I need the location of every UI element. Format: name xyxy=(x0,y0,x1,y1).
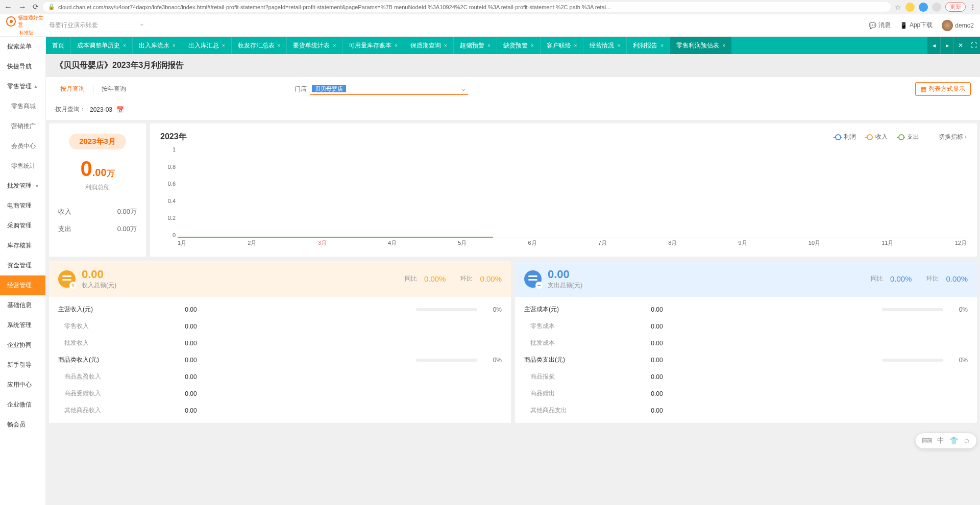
data-row: 商品盘盈收入0.00 xyxy=(58,368,502,385)
sidebar-item[interactable]: 零售商城 xyxy=(0,96,45,116)
float-widget[interactable]: ⌨ 中 👕 ☺ xyxy=(915,433,977,449)
sidebar-item[interactable]: 批发管理▾ xyxy=(0,176,45,196)
switch-indicator-button[interactable]: 切换指标 › xyxy=(939,133,967,141)
close-icon[interactable]: × xyxy=(173,43,176,48)
tab[interactable]: 要货单统计表× xyxy=(287,37,342,54)
tab[interactable]: 出入库流水× xyxy=(133,37,182,54)
x-tick: 8月 xyxy=(668,239,677,248)
data-row: 批发成本0.00 xyxy=(524,335,968,351)
sidebar-item[interactable]: 企业微信 xyxy=(0,395,45,415)
bookmark-icon[interactable]: ☆ xyxy=(895,3,901,11)
tab[interactable]: 收发存汇总表× xyxy=(232,37,287,54)
legend-dot-icon xyxy=(865,137,873,138)
sidebar-item[interactable]: 基础信息 xyxy=(0,295,45,315)
close-icon[interactable]: × xyxy=(444,43,447,48)
sidebar-item[interactable]: 企业协同 xyxy=(0,335,45,355)
close-icon[interactable]: × xyxy=(333,43,336,48)
legend-profit[interactable]: 利润 xyxy=(834,133,856,141)
close-icon[interactable]: × xyxy=(278,43,281,48)
sidebar-item[interactable]: 畅会员 xyxy=(0,415,45,435)
list-view-button[interactable]: ▦ 列表方式显示 xyxy=(915,82,971,96)
x-tick: 1月 xyxy=(178,239,186,248)
sidebar: 搜索菜单快捷导航零售管理▲零售商城营销推广会员中心零售统计批发管理▾电商管理采购… xyxy=(0,37,46,505)
tab[interactable]: 客户联络× xyxy=(541,37,584,54)
close-icon[interactable]: × xyxy=(722,43,725,48)
extension-icon[interactable] xyxy=(919,3,928,12)
close-icon[interactable]: × xyxy=(617,43,620,48)
legend-income[interactable]: 收入 xyxy=(865,133,888,141)
extension-icon[interactable] xyxy=(905,3,915,12)
tabs-fullscreen[interactable]: ⛶ xyxy=(967,37,980,54)
messages-link[interactable]: 💬 消息 xyxy=(869,21,891,30)
chevron-down-icon: ⌄ xyxy=(461,85,466,92)
extension-icon[interactable] xyxy=(932,3,941,12)
user-menu[interactable]: demo2 xyxy=(942,20,974,31)
tab[interactable]: 零售利润预估表× xyxy=(670,37,732,54)
tab[interactable]: 成本调整单历史× xyxy=(71,37,133,54)
tabs-close-all[interactable]: ✕ xyxy=(953,37,967,54)
sidebar-item[interactable]: 营销推广 xyxy=(0,116,45,136)
store-select[interactable]: 贝贝母婴店 ⌄ xyxy=(310,84,468,95)
legend-expense[interactable]: 支出 xyxy=(897,133,919,141)
keyboard-icon[interactable]: ⌨ xyxy=(922,437,932,445)
x-tick: 9月 xyxy=(739,239,747,248)
close-icon[interactable]: × xyxy=(395,43,398,48)
forward-icon[interactable]: → xyxy=(18,3,27,12)
app-download-link[interactable]: 📱 App下载 xyxy=(900,21,933,30)
tab[interactable]: 经营情况× xyxy=(583,37,627,54)
reload-icon[interactable]: ⟳ xyxy=(33,3,39,12)
brand-logo-icon xyxy=(6,16,16,27)
ime-label[interactable]: 中 xyxy=(937,436,944,445)
chevron-right-icon: › xyxy=(965,133,967,140)
sidebar-item[interactable]: 库存核算 xyxy=(0,236,45,256)
x-tick: 12月 xyxy=(955,239,967,248)
chart-plot: 10.80.60.40.20 1月2月3月4月5月6月7月8月9月10月11月1… xyxy=(160,146,967,248)
close-icon[interactable]: × xyxy=(487,43,491,48)
sidebar-item[interactable]: 快捷导航 xyxy=(0,57,45,77)
emoji-icon[interactable]: ☺ xyxy=(963,437,970,445)
progress-bar xyxy=(882,308,943,311)
tab[interactable]: 缺货预警× xyxy=(497,37,541,54)
progress-bar xyxy=(416,308,477,311)
tab[interactable]: 保质期查询× xyxy=(404,37,454,54)
close-icon[interactable]: × xyxy=(531,43,534,48)
tabs-prev[interactable]: ◂ xyxy=(927,37,940,54)
tab[interactable]: 首页 xyxy=(46,37,71,54)
calendar-icon[interactable]: 📅 xyxy=(116,106,124,113)
chart-card: 2023年 利润 收入 支出 切换指标 › 10.80.60.40.20 1月2… xyxy=(150,123,977,257)
tab[interactable]: 出入库汇总× xyxy=(182,37,232,54)
close-icon[interactable]: × xyxy=(660,43,664,48)
profit-label: 利润总额 xyxy=(58,183,137,192)
sidebar-item[interactable]: 采购管理 xyxy=(0,216,45,236)
tabs-next[interactable]: ▸ xyxy=(940,37,953,54)
close-icon[interactable]: × xyxy=(222,43,225,48)
tab-query-month[interactable]: 按月查询 xyxy=(55,83,90,95)
sidebar-item[interactable]: 新手引导 xyxy=(0,355,45,375)
sidebar-item[interactable]: 经营管理 xyxy=(0,275,45,295)
tab[interactable]: 可用量库存账本× xyxy=(342,37,404,54)
close-icon[interactable]: × xyxy=(574,43,577,48)
sidebar-item[interactable]: 零售管理▲ xyxy=(0,77,45,96)
back-icon[interactable]: ← xyxy=(4,3,12,12)
url-bar[interactable]: 🔒 cloud.chanjet.com/nsy/u4oor74daqxn/lof… xyxy=(43,2,891,12)
income-label: 收入 xyxy=(58,207,71,216)
tab[interactable]: 超储预警× xyxy=(454,37,497,54)
shirt-icon[interactable]: 👕 xyxy=(949,437,958,445)
data-row: 商品类收入(元)0.000% xyxy=(58,351,502,368)
sidebar-item[interactable]: 零售统计 xyxy=(0,156,45,176)
tab-query-year[interactable]: 按年查询 xyxy=(96,83,131,95)
close-icon[interactable]: × xyxy=(123,43,126,48)
refresh-ext-button[interactable]: 更新 xyxy=(945,2,966,12)
menu-icon[interactable]: ⋮ xyxy=(970,4,976,11)
y-tick: 1 xyxy=(160,146,176,153)
sidebar-item[interactable]: 电商管理 xyxy=(0,196,45,216)
sidebar-item[interactable]: 会员中心 xyxy=(0,136,45,156)
sidebar-item[interactable]: 应用中心 xyxy=(0,375,45,395)
income-panel: + 0.00 收入总额(元) 同比 0.00% 环比 0.00% xyxy=(49,261,511,423)
tab[interactable]: 利润报告× xyxy=(627,37,670,54)
org-selector[interactable]: 母婴行业演示账套 xyxy=(46,19,148,32)
sidebar-item[interactable]: 搜索菜单 xyxy=(0,37,45,57)
sidebar-item[interactable]: 系统管理 xyxy=(0,315,45,335)
income-total-value: 0.00 xyxy=(82,268,116,281)
sidebar-item[interactable]: 资金管理 xyxy=(0,256,45,275)
